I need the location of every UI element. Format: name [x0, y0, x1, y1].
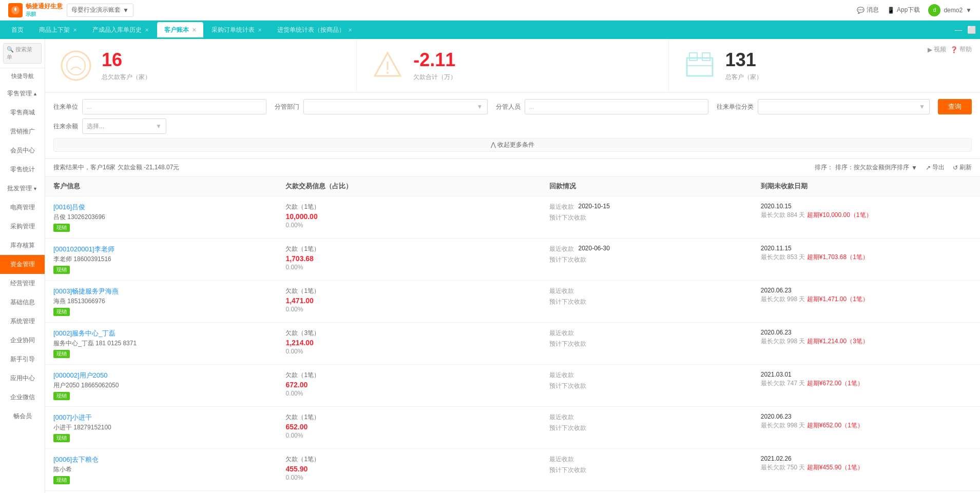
sidebar-item-member[interactable]: 会员中心 — [0, 141, 45, 160]
svg-point-2 — [67, 56, 85, 75]
due-overdue-3: 最长欠款 998 天 超期¥1,214.00（3笔） — [761, 337, 972, 346]
sidebar-item-vip[interactable]: 畅会员 — [0, 407, 45, 426]
sidebar-item-ecommerce[interactable]: 电商管理 — [0, 198, 45, 217]
refresh-btn[interactable]: ↺ 刷新 — [953, 163, 972, 172]
return-label-6: 最近收款 — [549, 455, 574, 464]
logo-text: 畅捷通好生意 示胆 — [26, 2, 63, 18]
overdue-link-0[interactable]: 超期¥10,000.00（1笔） — [807, 211, 872, 219]
sidebar-item-basic[interactable]: 基础信息 — [0, 293, 45, 312]
dept-select[interactable]: ▼ — [303, 99, 488, 114]
due-info-5: 2020.06.23 最长欠款 998 天 超期¥652.00（1笔） — [761, 413, 972, 430]
sidebar-item-retail-mgmt[interactable]: 零售管理 ▲ — [0, 84, 45, 103]
sidebar-item-batch-mgmt[interactable]: 批发管理 ▼ — [0, 179, 45, 198]
sidebar-item-guide[interactable]: 新手引导 — [0, 350, 45, 369]
sidebar-item-wechat[interactable]: 企业微信 — [0, 388, 45, 407]
tab-purchase[interactable]: 采购订单统计表 ✕ — [204, 22, 269, 37]
sidebar-item-system[interactable]: 系统管理 — [0, 312, 45, 331]
source-unit-input[interactable]: ... — [82, 99, 266, 114]
overdue-link-4[interactable]: 超期¥672.00（1笔） — [807, 380, 863, 387]
source-unit-label: 往来单位 — [53, 103, 78, 111]
close-icon[interactable]: ✕ — [145, 27, 149, 33]
sidebar-item-purchase-mgmt[interactable]: 采购管理 — [0, 217, 45, 236]
overdue-link-6[interactable]: 超期¥455.90（1笔） — [807, 464, 863, 471]
search-button[interactable]: 查询 — [938, 99, 972, 114]
tab-production[interactable]: 产成品入库单历史 ✕ — [85, 22, 156, 37]
main-area: 🔍 搜索菜单 快捷导航 零售管理 ▲ 零售商城 营销推广 会员中心 零售统计 批… — [0, 39, 980, 493]
customer-code-5[interactable]: [0007]小进干 — [53, 413, 285, 422]
balance-label: 往来余额 — [53, 122, 78, 131]
customer-badge-1: 现销 — [53, 266, 70, 274]
overdue-link-3[interactable]: 超期¥1,214.00（3笔） — [807, 338, 869, 345]
sidebar-item-apps[interactable]: 应用中心 — [0, 369, 45, 388]
customer-code-3[interactable]: [0002]服务中心_丁磊 — [53, 329, 285, 338]
sidebar-item-retail-stats[interactable]: 零售统计 — [0, 160, 45, 179]
close-icon[interactable]: ✕ — [192, 27, 196, 33]
video-btn[interactable]: ▶ 视频 — [928, 45, 946, 54]
debt-info-1: 欠款（1笔） 1,703.68 0.00% — [285, 245, 549, 271]
sidebar-item-enterprise[interactable]: 企业协同 — [0, 331, 45, 350]
collapse-btn[interactable]: ⋀ 收起更多条件 — [53, 138, 972, 152]
message-btn[interactable]: 💬 消息 — [857, 6, 879, 14]
col-header-customer: 客户信息 — [53, 182, 285, 191]
sidebar-item-inventory[interactable]: 库存核算 — [0, 236, 45, 255]
return-info-6: 最近收款 预计下次收款 — [549, 455, 760, 475]
table-row: [0007]小进干 小进干 18279152100 现销 欠款（1笔） 652.… — [45, 407, 980, 449]
dept-label: 分管部门 — [275, 103, 299, 111]
user-area[interactable]: d demo2 ▼ — [928, 4, 972, 16]
customer-name-4: 用户2050 18665062050 — [53, 381, 285, 390]
stats-row: 16 总欠款客户（家） -2.11 欠款合计（万） — [45, 39, 980, 92]
debt-amount-2: 1,471.00 — [285, 297, 549, 305]
customer-code-6[interactable]: [0006]去下粮仓 — [53, 455, 285, 464]
sidebar-item-capital[interactable]: 资金管理 — [0, 255, 45, 274]
filter-row-1: 往来单位 ... 分管部门 ▼ 分管人员 — [53, 99, 972, 114]
sidebar-item-quick-nav[interactable]: 快捷导航 — [0, 68, 45, 84]
customer-code-0[interactable]: [0016]吕俊 — [53, 203, 285, 212]
debt-count-5: 欠款（1笔） — [285, 413, 549, 422]
due-info-3: 2020.06.23 最长欠款 998 天 超期¥1,214.00（3笔） — [761, 329, 972, 346]
sidebar-search-btn[interactable]: 🔍 搜索菜单 — [3, 43, 42, 64]
col-header-debt: 欠款交易信息（占比） — [285, 182, 549, 191]
overdue-link-2[interactable]: 超期¥1,471.00（1笔） — [807, 295, 869, 303]
total-customers-label: 总客户（家） — [725, 73, 965, 82]
app-download-btn[interactable]: 📱 App下载 — [887, 6, 920, 14]
close-icon[interactable]: ✕ — [73, 27, 77, 33]
return-label-3: 最近收款 — [549, 329, 574, 338]
unit-category-select[interactable]: ▼ — [758, 99, 930, 114]
customer-code-4[interactable]: [000002]用户2050 — [53, 371, 285, 380]
svg-rect-7 — [689, 53, 697, 61]
col-header-due: 到期未收款日期 — [761, 182, 972, 191]
tab-products[interactable]: 商品上下架 ✕ — [32, 22, 84, 37]
export-icon: ↗ — [926, 164, 931, 171]
sort-select[interactable]: 排序： 排序：按欠款金额倒序排序 ▼ — [815, 163, 917, 172]
debt-count-4: 欠款（1笔） — [285, 371, 549, 380]
tab-stock[interactable]: 进货单统计表（按商品） ✕ — [270, 22, 359, 37]
tab-home[interactable]: 首页 — [4, 22, 31, 37]
video-icon: ▶ — [928, 46, 932, 53]
person-label: 分管人员 — [496, 103, 521, 111]
content-area: 16 总欠款客户（家） -2.11 欠款合计（万） — [45, 39, 980, 493]
balance-select[interactable]: 选择... ▼ — [82, 119, 166, 134]
sidebar-item-marketing[interactable]: 营销推广 — [0, 122, 45, 141]
minimize-icon[interactable]: — — [955, 26, 962, 34]
close-icon[interactable]: ✕ — [348, 27, 352, 33]
customer-name-5: 小进干 18279152100 — [53, 423, 285, 432]
tab-customer[interactable]: 客户账本 ✕ — [157, 22, 203, 37]
return-info-2: 最近收款 预计下次收款 — [549, 287, 760, 306]
maximize-icon[interactable]: ⬜ — [967, 26, 976, 34]
customer-code-2[interactable]: [0003]畅捷服务尹海燕 — [53, 287, 285, 296]
overdue-link-1[interactable]: 超期¥1,703.68（1笔） — [807, 253, 869, 261]
export-btn[interactable]: ↗ 导出 — [926, 163, 945, 172]
debt-info-3: 欠款（3笔） 1,214.00 0.00% — [285, 329, 549, 355]
nav-tabs: 首页 商品上下架 ✕ 产成品入库单历史 ✕ 客户账本 ✕ 采购订单统计表 ✕ 进… — [0, 21, 980, 39]
close-icon[interactable]: ✕ — [258, 27, 262, 33]
sidebar-item-operations[interactable]: 经营管理 — [0, 274, 45, 293]
person-input[interactable]: ... — [525, 99, 709, 114]
sidebar-item-retail-store[interactable]: 零售商城 — [0, 103, 45, 122]
customer-code-1[interactable]: [0001020001]李老师 — [53, 245, 285, 254]
help-btn[interactable]: ❓ 帮助 — [950, 45, 972, 54]
store-selector[interactable]: 母婴行业演示账套 ▼ — [67, 4, 133, 17]
stat-help-icons: ▶ 视频 ❓ 帮助 — [928, 45, 972, 54]
overdue-link-5[interactable]: 超期¥652.00（1笔） — [807, 422, 863, 429]
return-date-1: 2020-06-30 — [578, 245, 609, 253]
table-row: [000002]用户2050 用户2050 18665062050 现销 欠款（… — [45, 365, 980, 407]
